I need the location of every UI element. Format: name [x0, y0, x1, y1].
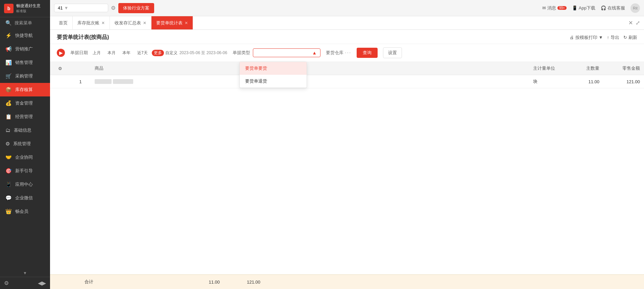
trial-button[interactable]: 体验行业方案: [118, 3, 154, 13]
warehouse-filter-label: 要货仓库: [326, 50, 343, 56]
sidebar-item-sales[interactable]: 📊 销售管理: [0, 56, 50, 69]
maximize-icon[interactable]: ⤢: [636, 20, 640, 26]
th-amount: 零售金额: [603, 62, 644, 75]
main-area: 41 ▼ ⚙ 体验行业方案 ✉ 消息 99+ 📱 App下载 🎧 在线客服 Ri…: [50, 0, 644, 289]
basics-icon: 🗂: [5, 127, 10, 133]
message-icon: ✉: [542, 5, 546, 10]
sidebar-item-label: 基础信息: [14, 127, 31, 133]
phone-icon: 📱: [572, 5, 577, 10]
system-icon: ⚙: [5, 141, 10, 147]
print-icon: 🖨: [570, 35, 574, 40]
sidebar-item-search[interactable]: 🔍 搜索菜单: [0, 17, 50, 29]
date-more-badge[interactable]: 更多: [152, 50, 164, 56]
tab-order-summary[interactable]: 要货单统计表 ✕: [151, 16, 193, 29]
chevron-down-icon: ▼: [64, 5, 68, 10]
sidebar-item-label: 搜索菜单: [15, 20, 32, 26]
sidebar-item-label: 应用中心: [15, 181, 33, 187]
header-bar: 41 ▼ ⚙ 体验行业方案 ✉ 消息 99+ 📱 App下载 🎧 在线客服 Ri…: [50, 0, 644, 16]
page-title: 要货单统计表(按商品): [57, 34, 109, 41]
column-settings-icon[interactable]: ⚙: [58, 66, 62, 71]
operations-icon: 📋: [5, 114, 12, 120]
query-button[interactable]: 查询: [357, 48, 378, 58]
sidebar-item-vip[interactable]: 👑 畅会员: [0, 205, 50, 218]
tab-close-icon[interactable]: ✕: [143, 21, 146, 25]
sidebar-item-label: 库存核算: [15, 87, 33, 93]
dropdown-option-return[interactable]: 要货单退货: [240, 75, 307, 88]
th-number: [70, 62, 91, 75]
sidebar-logo: b 畅捷通好生意 标准版: [0, 0, 50, 17]
sidebar-item-basics[interactable]: 🗂 基础信息: [0, 124, 50, 137]
tab-close-icon[interactable]: ✕: [101, 21, 105, 25]
filter-bar: ▶ 单据日期 上月 本月 本年 近7天 更多 自定义 2023-05-06 至 …: [50, 44, 644, 62]
sidebar-item-appcenter[interactable]: 📱 应用中心: [0, 178, 50, 191]
user-avatar[interactable]: Rit: [630, 3, 640, 13]
online-service-button[interactable]: 🎧 在线客服: [601, 5, 625, 11]
sidebar-item-inventory[interactable]: 📦 库存核算: [0, 83, 50, 96]
tabs-bar: 首页 库存批次账 ✕ 收发存汇总表 ✕ 要货单统计表 ✕ ✕ ⤢: [50, 16, 644, 30]
product-placeholder: [95, 79, 112, 84]
dropdown-option-order[interactable]: 要货单要货: [240, 62, 307, 75]
settings-icon[interactable]: ⚙: [4, 280, 9, 286]
th-product: 商品: [91, 62, 529, 75]
tab-home[interactable]: 首页: [54, 16, 73, 29]
product-placeholder2: [113, 79, 133, 84]
export-action[interactable]: ↑ 导出: [607, 35, 620, 41]
sidebar-item-guide[interactable]: 🎯 新手引导: [0, 164, 50, 178]
app-download-label: App下载: [579, 5, 595, 11]
guide-icon: 🎯: [5, 168, 12, 174]
date-shortcut-thismonth[interactable]: 本月: [105, 49, 118, 57]
date-custom-button[interactable]: 自定义: [165, 50, 177, 56]
store-selector[interactable]: 41 ▼: [54, 4, 108, 12]
page-header: 要货单统计表(按商品) 🖨 按模板打印 ▼ ↑ 导出 ↻ 刷新: [50, 30, 644, 44]
sidebar-item-enterprise[interactable]: 🤝 企业协同: [0, 151, 50, 164]
online-service-label: 在线客服: [607, 5, 625, 11]
sidebar-item-label: 采购管理: [15, 73, 33, 79]
sidebar-item-quicknav[interactable]: ⚡ 快捷导航: [0, 29, 50, 42]
tab-close-icon[interactable]: ✕: [185, 21, 188, 25]
sidebar-item-finance[interactable]: 💰 资金管理: [0, 96, 50, 110]
th-settings: ⚙: [50, 62, 70, 75]
date-shortcut-7days[interactable]: 近7天: [135, 49, 150, 57]
export-label: 导出: [611, 35, 619, 41]
th-unit: 主计量单位: [529, 62, 563, 75]
table-container: ⚙ 商品 主计量单位 主数量 零售金额 1: [50, 62, 644, 274]
sales-icon: 📊: [5, 60, 12, 66]
print-label: 按模板打印: [575, 35, 597, 41]
weixin-icon: 💬: [5, 195, 12, 201]
footer-qty: 11.00: [179, 280, 220, 285]
header-settings-icon[interactable]: ⚙: [111, 5, 116, 11]
sidebar-item-system[interactable]: ⚙ 系统管理: [0, 137, 50, 151]
tab-receive-summary[interactable]: 收发存汇总表 ✕: [110, 16, 151, 29]
tab-inventory-batch[interactable]: 库存批次账 ✕: [73, 16, 110, 29]
close-all-tabs-icon[interactable]: ✕: [628, 20, 633, 26]
footer-label: 合计: [85, 279, 145, 285]
quicknav-icon: ⚡: [5, 32, 12, 39]
filter-expand-button[interactable]: ▶: [57, 49, 65, 57]
cell-unit: 块: [529, 75, 563, 88]
app-download-button[interactable]: 📱 App下载: [572, 5, 595, 11]
print-action[interactable]: 🖨 按模板打印 ▼: [570, 35, 603, 41]
sidebar-item-weixin[interactable]: 💬 企业微信: [0, 191, 50, 205]
collapse-icon[interactable]: ◀▶: [38, 280, 46, 286]
avatar-text: Rit: [633, 6, 637, 10]
warehouse-filter-group: 要货仓库 ···: [326, 50, 351, 56]
sidebar-navigation: 🔍 搜索菜单 ⚡ 快捷导航 📢 营销推广 📊 销售管理 🛒 采购管理 📦 库存核…: [0, 17, 50, 269]
refresh-action[interactable]: ↻ 刷新: [623, 35, 637, 41]
date-shortcut-lastmonth[interactable]: 上月: [90, 49, 103, 57]
sidebar-item-label: 快捷导航: [15, 32, 33, 39]
sidebar-scroll-down[interactable]: ▼: [0, 269, 50, 277]
marketing-icon: 📢: [5, 46, 12, 52]
sidebar-item-operations[interactable]: 📋 经营管理: [0, 110, 50, 124]
appcenter-icon: 📱: [5, 181, 12, 187]
date-filter-group: 单据日期 上月 本月 本年 近7天 更多 自定义 2023-05-06 至 20…: [70, 49, 227, 57]
sidebar-item-marketing[interactable]: 📢 营销推广: [0, 42, 50, 56]
settings-button[interactable]: 设置: [383, 47, 402, 58]
sidebar-item-label: 畅会员: [15, 208, 28, 215]
sidebar-item-purchase[interactable]: 🛒 采购管理: [0, 69, 50, 83]
filter-more-icon[interactable]: ···: [345, 50, 351, 56]
type-select[interactable]: ▲: [253, 48, 320, 57]
sidebar-item-label: 销售管理: [15, 60, 33, 66]
date-shortcut-thisyear[interactable]: 本年: [120, 49, 133, 57]
messages-button[interactable]: ✉ 消息 99+: [542, 5, 567, 11]
tab-label: 收发存汇总表: [115, 20, 141, 26]
